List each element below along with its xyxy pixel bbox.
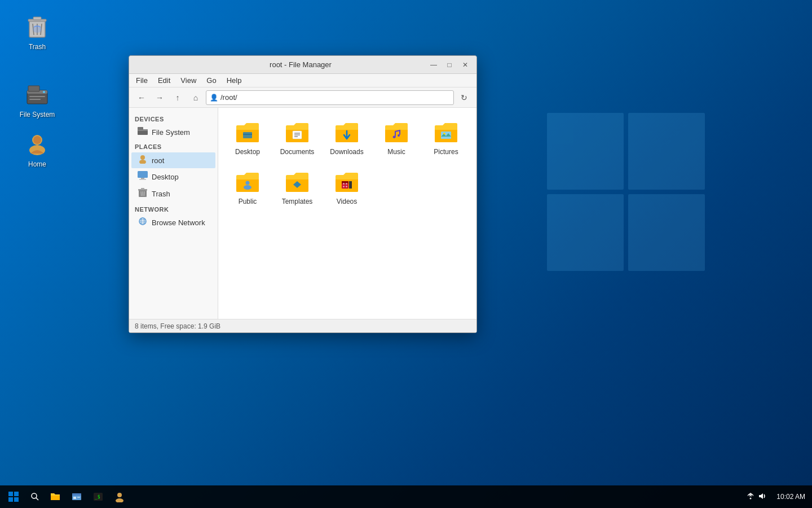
desktop-folder-label: Desktop <box>235 148 260 156</box>
svg-rect-2 <box>33 17 41 20</box>
taskbar-files-app[interactable] <box>45 485 65 508</box>
network-section-label: NETWORK <box>129 203 218 214</box>
svg-point-37 <box>398 134 400 137</box>
downloads-folder-icon <box>333 119 360 146</box>
music-folder-label: Music <box>387 148 405 156</box>
title-bar: root - File Manager — □ ✕ <box>129 56 476 74</box>
file-item-videos[interactable]: Videos <box>324 164 369 209</box>
svg-rect-57 <box>73 497 76 499</box>
documents-folder-icon <box>284 119 311 146</box>
desktop-sidebar-label: Desktop <box>152 173 179 181</box>
window-title: root - File Manager <box>174 60 427 69</box>
svg-point-61 <box>117 493 122 497</box>
music-folder-icon <box>383 119 410 146</box>
desktop-sidebar-icon <box>137 171 148 182</box>
menu-help[interactable]: Help <box>222 75 246 86</box>
file-grid: Desktop Documents <box>218 108 476 319</box>
toolbar: ← → ↑ ⌂ 👤 /root/ ↻ <box>129 87 476 108</box>
minimize-button[interactable]: — <box>427 59 440 71</box>
root-sidebar-icon <box>137 155 148 166</box>
file-manager-window: root - File Manager — □ ✕ File Edit View… <box>129 55 477 333</box>
file-item-documents[interactable]: Documents <box>275 115 320 160</box>
file-item-pictures[interactable]: Pictures <box>423 115 469 160</box>
svg-point-17 <box>139 160 146 164</box>
svg-rect-47 <box>343 186 345 187</box>
trash-icon <box>24 14 51 41</box>
menu-file[interactable]: File <box>131 75 152 86</box>
public-folder-label: Public <box>239 198 257 205</box>
desktop-icon-filesystem[interactable]: File System <box>15 79 60 121</box>
browse-network-sidebar-label: Browse Network <box>152 218 205 227</box>
home-desktop-label: Home <box>28 160 46 168</box>
taskbar-user-app[interactable] <box>109 485 130 508</box>
pictures-folder-icon <box>433 119 460 146</box>
svg-rect-43 <box>342 181 348 183</box>
svg-rect-48 <box>346 186 347 187</box>
svg-rect-45 <box>343 183 345 185</box>
address-bar[interactable]: 👤 /root/ <box>206 90 454 105</box>
forward-button[interactable]: → <box>152 90 167 106</box>
svg-rect-15 <box>138 127 143 130</box>
svg-rect-6 <box>28 86 39 91</box>
file-item-downloads[interactable]: Downloads <box>324 115 369 160</box>
svg-rect-9 <box>29 99 41 100</box>
documents-folder-label: Documents <box>280 148 315 156</box>
address-user-icon: 👤 <box>210 94 218 102</box>
svg-point-62 <box>116 498 123 502</box>
desktop-icon-home[interactable]: Home <box>15 129 60 170</box>
file-item-templates[interactable]: Templates <box>275 164 320 209</box>
taskbar-explorer[interactable] <box>67 485 87 508</box>
svg-point-63 <box>750 497 752 499</box>
svg-rect-8 <box>29 96 45 97</box>
home-button[interactable]: ⌂ <box>188 90 204 106</box>
refresh-button[interactable]: ↻ <box>456 90 472 106</box>
close-button[interactable]: ✕ <box>458 59 472 71</box>
svg-rect-32 <box>243 132 252 138</box>
menu-view[interactable]: View <box>176 75 201 86</box>
file-item-public[interactable]: Public <box>225 164 270 209</box>
videos-folder-icon <box>333 168 360 195</box>
status-text: 8 items, Free space: 1.9 GiB <box>135 322 220 330</box>
sidebar-item-browse-network[interactable]: Browse Network <box>131 215 215 230</box>
taskbar-clock[interactable]: 10:02 AM <box>772 493 810 501</box>
svg-point-12 <box>33 136 41 144</box>
taskbar-terminal[interactable]: _$ <box>88 485 108 508</box>
file-item-music[interactable]: Music <box>374 115 419 160</box>
menu-edit[interactable]: Edit <box>153 75 175 86</box>
root-sidebar-label: root <box>152 156 164 165</box>
svg-rect-56 <box>72 493 81 496</box>
svg-rect-46 <box>346 183 347 185</box>
desktop-icon-trash[interactable]: Trash <box>15 11 60 53</box>
start-button[interactable] <box>2 485 25 508</box>
svg-point-40 <box>246 181 250 185</box>
sound-tray-icon[interactable] <box>757 492 766 502</box>
svg-rect-23 <box>141 188 144 190</box>
devices-section-label: DEVICES <box>129 112 218 124</box>
network-tray-icon[interactable] <box>746 492 755 502</box>
maximize-button[interactable]: □ <box>443 59 456 71</box>
home-icon <box>24 131 51 158</box>
svg-text:_$: _$ <box>95 494 100 500</box>
filesystem-sidebar-icon <box>137 127 148 137</box>
svg-rect-20 <box>139 179 146 180</box>
svg-rect-49 <box>8 492 13 496</box>
sidebar: DEVICES File System PLACES <box>129 108 218 319</box>
back-button[interactable]: ← <box>134 90 149 106</box>
content-area: DEVICES File System PLACES <box>129 108 476 319</box>
sidebar-item-filesystem[interactable]: File System <box>131 125 215 139</box>
svg-rect-19 <box>141 178 144 179</box>
trash-desktop-label: Trash <box>29 43 46 51</box>
sidebar-item-root[interactable]: root <box>131 152 215 168</box>
sidebar-item-trash[interactable]: Trash <box>131 185 215 202</box>
sidebar-item-desktop[interactable]: Desktop <box>131 169 215 185</box>
svg-rect-58 <box>77 497 80 498</box>
svg-rect-44 <box>349 181 352 189</box>
filesystem-desktop-label: File System <box>20 111 55 119</box>
up-button[interactable]: ↑ <box>170 90 186 106</box>
templates-folder-label: Templates <box>282 198 313 205</box>
menu-go[interactable]: Go <box>202 75 220 86</box>
desktop-folder-icon <box>234 119 261 146</box>
taskbar-search[interactable] <box>26 485 44 508</box>
public-folder-icon <box>234 168 261 195</box>
file-item-desktop[interactable]: Desktop <box>225 115 270 160</box>
